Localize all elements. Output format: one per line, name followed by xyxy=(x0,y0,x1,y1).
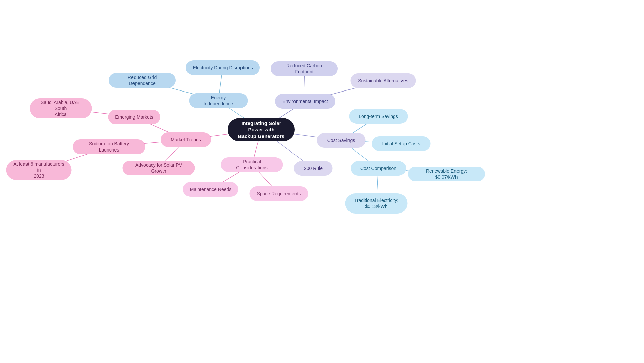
center-node[interactable]: Integrating Solar Power with Backup Gene… xyxy=(228,118,295,141)
node-sustainable-alternatives[interactable]: Sustainable Alternatives xyxy=(351,73,416,88)
node-electricity-disruptions[interactable]: Electricity During Disruptions xyxy=(186,60,260,75)
node-saudi-arabia[interactable]: Saudi Arabia, UAE, South Africa xyxy=(30,98,92,118)
node-space-requirements[interactable]: Space Requirements xyxy=(250,186,308,201)
node-reduced-carbon[interactable]: Reduced Carbon Footprint xyxy=(271,61,338,76)
node-longterm-savings[interactable]: Long-term Savings xyxy=(349,109,408,124)
node-practical-considerations[interactable]: Practical Considerations xyxy=(221,157,283,172)
node-reduced-grid[interactable]: Reduced Grid Dependence xyxy=(109,73,176,88)
node-advocacy[interactable]: Advocacy for Solar PV Growth xyxy=(123,161,195,175)
node-maintenance-needs[interactable]: Maintenance Needs xyxy=(183,182,238,197)
node-cost-savings[interactable]: Cost Savings xyxy=(317,133,366,148)
mindmap-container: Integrating Solar Power with Backup Gene… xyxy=(0,0,644,363)
node-traditional-electricity[interactable]: Traditional Electricity: $0.13/kWh xyxy=(345,193,408,214)
node-cost-comparison[interactable]: Cost Comparison xyxy=(351,161,406,176)
node-sodium-ion[interactable]: Sodium-Ion Battery Launches xyxy=(73,139,145,154)
node-initial-setup[interactable]: Initial Setup Costs xyxy=(372,136,431,151)
node-market-trends[interactable]: Market Trends xyxy=(161,132,211,147)
node-environmental-impact[interactable]: Environmental Impact xyxy=(275,94,335,109)
node-energy-independence[interactable]: Energy Independence xyxy=(189,93,248,108)
connection-lines xyxy=(0,0,644,363)
node-renewable-energy[interactable]: Renewable Energy: $0.07/kWh xyxy=(408,167,485,181)
node-200-rule[interactable]: 200 Rule xyxy=(294,161,333,176)
node-atleast-manufacturers[interactable]: At least 6 manufacturers in 2023 xyxy=(6,160,72,180)
node-emerging-markets[interactable]: Emerging Markets xyxy=(108,110,160,124)
